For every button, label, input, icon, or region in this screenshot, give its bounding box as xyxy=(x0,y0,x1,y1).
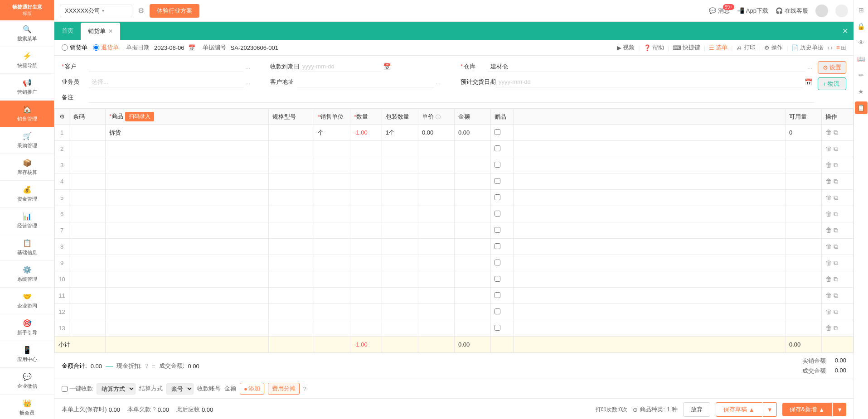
right-tool-lock[interactable]: 🔒 xyxy=(855,20,868,33)
one-click-payment-checkbox[interactable]: 一键收款 xyxy=(62,385,93,393)
cell-barcode[interactable] xyxy=(69,222,106,239)
cell-amount[interactable]: 0.00 xyxy=(455,125,491,141)
right-tool-active[interactable]: 📋 xyxy=(855,101,868,114)
cell-gift[interactable] xyxy=(491,222,514,239)
gift-checkbox[interactable] xyxy=(495,211,500,217)
cell-barcode[interactable] xyxy=(69,141,106,157)
cell-amount[interactable] xyxy=(455,206,491,222)
cell-gift[interactable] xyxy=(491,271,514,288)
right-tool-edit[interactable]: ✏ xyxy=(855,69,868,82)
cell-product[interactable] xyxy=(106,173,269,190)
cell-amount[interactable] xyxy=(455,141,491,157)
save-new-arrow-button[interactable]: ▼ xyxy=(833,403,846,416)
cell-gift[interactable] xyxy=(491,206,514,222)
radio-sales-input[interactable] xyxy=(62,44,68,51)
cell-gift[interactable] xyxy=(491,141,514,157)
sidebar-item-finance[interactable]: 💰 资金管理 xyxy=(0,181,54,207)
one-click-checkbox-input[interactable] xyxy=(62,386,68,392)
tool-print[interactable]: 🖨 打印 xyxy=(737,43,756,52)
cell-product[interactable] xyxy=(106,239,269,255)
tool-video[interactable]: ▶ 视频 xyxy=(617,43,635,52)
salesperson-input[interactable] xyxy=(89,77,243,87)
cell-price[interactable] xyxy=(418,288,455,304)
copy-icon[interactable]: ⧉ xyxy=(834,129,838,136)
sidebar-item-marketing[interactable]: 📢 营销推广 xyxy=(0,74,54,101)
cell-unit[interactable] xyxy=(314,320,350,337)
delete-icon[interactable]: 🗑 xyxy=(825,210,832,218)
delete-icon[interactable]: 🗑 xyxy=(825,161,832,169)
th-config[interactable]: ⚙ xyxy=(55,109,69,125)
cell-qty[interactable] xyxy=(350,239,382,255)
settings-button[interactable]: ⚙ 设置 xyxy=(818,61,846,74)
next-arrow-icon[interactable]: › xyxy=(830,44,833,51)
cell-pack-qty[interactable] xyxy=(382,157,418,173)
online-service-button[interactable]: 🎧 在线客服 xyxy=(776,7,808,15)
cell-gift[interactable] xyxy=(491,320,514,337)
cell-spec[interactable] xyxy=(269,206,314,222)
cell-price[interactable]: 0.00 xyxy=(418,125,455,141)
cell-unit[interactable]: 个 xyxy=(314,125,350,141)
right-tool-expand[interactable]: ⊞ xyxy=(855,4,868,16)
cell-product[interactable] xyxy=(106,206,269,222)
sidebar-item-quicknav[interactable]: ⚡ 快捷导航 xyxy=(0,47,54,74)
cell-pack-qty[interactable] xyxy=(382,239,418,255)
cell-amount[interactable] xyxy=(455,320,491,337)
cell-product[interactable] xyxy=(106,271,269,288)
sidebar-item-purchase[interactable]: 🛒 采购管理 xyxy=(0,127,54,154)
cell-unit[interactable] xyxy=(314,239,350,255)
account-select[interactable]: 账号 xyxy=(166,383,194,395)
save-draft-button[interactable]: 保存草稿 ▲ xyxy=(716,402,762,417)
cell-unit[interactable] xyxy=(314,190,350,206)
cell-spec[interactable] xyxy=(269,288,314,304)
customer-dots[interactable]: ... xyxy=(243,63,252,70)
cell-unit[interactable] xyxy=(314,222,350,239)
copy-icon[interactable]: ⧉ xyxy=(834,194,838,202)
gift-checkbox[interactable] xyxy=(495,129,500,135)
cell-price[interactable] xyxy=(418,304,455,320)
gift-checkbox[interactable] xyxy=(495,178,500,184)
cell-barcode[interactable] xyxy=(69,271,106,288)
cell-product[interactable] xyxy=(106,320,269,337)
sidebar-item-system[interactable]: ⚙️ 系统管理 xyxy=(0,261,54,288)
expense-help-icon[interactable]: ? xyxy=(303,385,306,392)
delivery-date-input[interactable] xyxy=(496,77,803,87)
cell-pack-qty[interactable] xyxy=(382,222,418,239)
cell-barcode[interactable] xyxy=(69,288,106,304)
cell-amount[interactable] xyxy=(455,157,491,173)
cell-product[interactable] xyxy=(106,157,269,173)
cell-unit[interactable] xyxy=(314,288,350,304)
radio-return[interactable]: 退货单 xyxy=(93,43,119,52)
right-tool-eye[interactable]: 👁 xyxy=(855,36,868,49)
cell-barcode[interactable] xyxy=(69,304,106,320)
sidebar-item-guide[interactable]: 🎯 新手引导 xyxy=(0,314,54,341)
address-dots[interactable]: ... xyxy=(434,79,442,86)
cell-pack-qty[interactable] xyxy=(382,271,418,288)
cell-price[interactable] xyxy=(418,141,455,157)
logistics-button[interactable]: + 物流 xyxy=(818,77,846,90)
list-view-icon[interactable]: ≡ xyxy=(836,44,840,51)
gift-checkbox[interactable] xyxy=(495,325,500,331)
cell-spec[interactable] xyxy=(269,141,314,157)
gift-checkbox[interactable] xyxy=(495,292,500,298)
tab-sales-order[interactable]: 销货单 ✕ xyxy=(81,23,120,40)
cell-price[interactable] xyxy=(418,190,455,206)
copy-icon[interactable]: ⧉ xyxy=(834,259,838,267)
cell-spec[interactable] xyxy=(269,125,314,141)
cell-spec[interactable] xyxy=(269,304,314,320)
sidebar-item-basic[interactable]: 📋 基础信息 xyxy=(0,234,54,261)
cell-pack-qty[interactable] xyxy=(382,173,418,190)
sidebar-item-sales[interactable]: 🏠 销售管理 xyxy=(0,101,54,127)
minus-icon[interactable]: — xyxy=(106,362,113,370)
cell-qty[interactable] xyxy=(350,255,382,271)
message-button[interactable]: 💬 消息 99+ xyxy=(709,7,730,15)
cell-amount[interactable] xyxy=(455,239,491,255)
right-tool-star[interactable]: ★ xyxy=(855,85,868,98)
cell-amount[interactable] xyxy=(455,304,491,320)
calendar3-icon[interactable]: 📅 xyxy=(803,78,814,86)
sidebar-item-inventory[interactable]: 📦 库存核算 xyxy=(0,154,54,181)
total-owe-help-icon[interactable]: ? xyxy=(153,406,156,413)
copy-icon[interactable]: ⧉ xyxy=(834,243,838,250)
copy-icon[interactable]: ⧉ xyxy=(834,145,838,153)
prev-arrow-icon[interactable]: ‹ xyxy=(827,44,829,51)
warehouse-input[interactable] xyxy=(488,61,805,72)
